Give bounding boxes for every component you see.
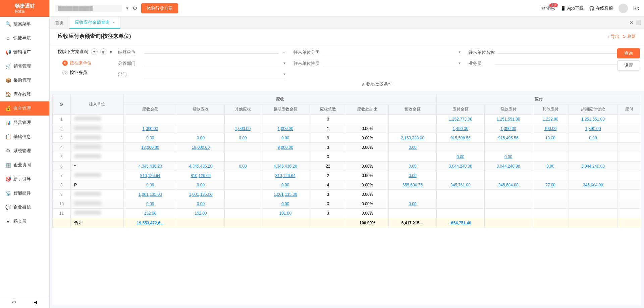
row-6-yf_other[interactable]: 0.00 [532, 162, 569, 171]
row-3-yf_amount[interactable]: 915,508.56 [436, 133, 484, 143]
row-8-ys_loan[interactable]: 0.00 [177, 180, 225, 190]
sidebar-item-operation[interactable]: 📊 经营管理 [0, 116, 49, 130]
row-7-ys_amount[interactable]: 810,126.64 [124, 171, 177, 180]
topbar-gear-icon[interactable]: ⚙ [132, 5, 137, 11]
sidebar-item-guide[interactable]: 🎯 新手引导 [0, 172, 49, 186]
row-4-ys_overdue[interactable]: 9,000.00 [261, 143, 310, 152]
sidebar-item-wechat[interactable]: 💬 企业微信 [0, 200, 49, 214]
row-8-yf_amount[interactable]: 345,761.00 [436, 180, 484, 190]
collapse-icon[interactable]: ◀ [34, 300, 37, 305]
row-11-ys_loan[interactable]: 152.00 [177, 209, 225, 218]
row-1-yf_amount[interactable]: 1,252,773.00 [436, 115, 484, 124]
row-3-ys_other[interactable]: 0.00 [225, 133, 261, 143]
tab-close-all-icon[interactable]: ✕ [630, 20, 633, 25]
row-1-yf_overdue[interactable]: 1,251,551.00 [569, 115, 618, 124]
settings-icon[interactable]: ⚙ [12, 300, 16, 305]
row-8-ys_amount[interactable]: 0.00 [124, 180, 177, 190]
sidebar-item-marketing[interactable]: 📢 营销推广 [0, 45, 49, 59]
sidebar-item-vip[interactable]: V 畅会员 [0, 214, 49, 228]
row-2-yf_other[interactable]: 100.00 [532, 124, 569, 133]
row-3-yf_overdue[interactable]: 0.00 [569, 133, 618, 143]
row-10-ys_prepay[interactable]: 0.00 [389, 199, 437, 209]
scheme-option-partner[interactable]: P 按往来单位 [60, 59, 113, 67]
row-4-ys_amount[interactable]: 18,000.00 [124, 143, 177, 152]
refresh-button[interactable]: ↻ 刷新 [622, 34, 636, 40]
row-6-ys_loan[interactable]: 4,345,436.20 [177, 162, 225, 171]
row-6-yf_loan[interactable]: 3,044,240.00 [484, 162, 532, 171]
export-button[interactable]: ↑ 导出 [607, 34, 620, 40]
total-ys-amount[interactable]: 19,553,472,6... [124, 218, 177, 228]
row-7-ys_loan[interactable]: 810,126.64 [177, 171, 225, 180]
row-3-yf_loan[interactable]: 915,495.56 [484, 133, 532, 143]
row-3-ys_overdue[interactable]: 0.00 [261, 133, 310, 143]
row-11-ys_amount[interactable]: 152.00 [124, 209, 177, 218]
row-1-yf_loan[interactable]: 1,251,551.00 [484, 115, 532, 124]
sidebar-item-system[interactable]: ⚙ 系统管理 [0, 144, 49, 158]
online-service-item[interactable]: 🎧 在线客服 [589, 5, 613, 11]
th-settings[interactable]: ⚙ [53, 94, 71, 115]
row-2-yf_loan[interactable]: 1,390.00 [484, 124, 532, 133]
jiesuan-dots[interactable]: ··· [281, 50, 285, 55]
row-2-ys_overdue[interactable]: 1,000.00 [261, 124, 310, 133]
row-6-yf_overdue[interactable]: 3,044,240.00 [569, 162, 618, 171]
row-11-ys_overdue[interactable]: 101.00 [261, 209, 310, 218]
row-2-ys_other[interactable]: 1,000.00 [225, 124, 261, 133]
sidebar-item-basic[interactable]: 📋 基础信息 [0, 130, 49, 144]
row-3-ys_prepay[interactable]: 2,153,333.00 [389, 133, 437, 143]
row-8-yf_overdue[interactable]: 345,684.00 [569, 180, 618, 190]
tab-active[interactable]: 应收应付余额查询 × [69, 17, 120, 29]
row-2-ys_amount[interactable]: 1,000.00 [124, 124, 177, 133]
row-1-yf_other[interactable]: 1,222.00 [532, 115, 569, 124]
row-10-ys_loan[interactable]: 0.00 [177, 199, 225, 209]
tab-expand-icon[interactable]: ⬜ [636, 20, 641, 25]
row-8-ys_prepay[interactable]: 655,636.75 [389, 180, 437, 190]
topbar-dropdown[interactable]: ▾ [126, 6, 128, 11]
row-6-ys_amount[interactable]: 4,345,436.20 [124, 162, 177, 171]
sidebar-item-purchase[interactable]: 📦 采购管理 [0, 73, 49, 87]
row-9-ys_loan[interactable]: 1,001,135.00 [177, 190, 225, 199]
row-6-yf_amount[interactable]: 3,044,240.00 [436, 162, 484, 171]
row-3-ys_amount[interactable]: 0.00 [124, 133, 177, 143]
row-9-ys_overdue[interactable]: 1,001,135.00 [261, 190, 310, 199]
promo-button[interactable]: 体验行业方案 [141, 3, 178, 13]
bumen-select[interactable]: ▾ [144, 71, 285, 78]
user-avatar[interactable] [619, 4, 628, 13]
row-8-yf_loan[interactable]: 345,684.00 [484, 180, 532, 190]
row-6-ys_overdue[interactable]: 4,345,436.20 [261, 162, 310, 171]
sidebar-item-sales[interactable]: 🛒 销售管理 [0, 59, 49, 73]
query-button[interactable]: 查询 [617, 48, 640, 58]
settings-button[interactable]: 设置 [617, 60, 640, 71]
row-4-ys_prepay[interactable]: 0.00 [389, 143, 437, 152]
row-3-yf_other[interactable]: 13.00 [532, 133, 569, 143]
collapse-more[interactable]: ∧ 收起更多条件 [118, 78, 636, 87]
row-5-yf_amount[interactable]: 0.00 [436, 152, 484, 162]
row-10-ys_overdue[interactable]: 0.00 [261, 199, 310, 209]
fenguan-select[interactable]: ▾ [144, 59, 285, 67]
wanglai-fenlei-select[interactable]: ▾ [322, 48, 461, 56]
row-7-ys_prepay[interactable]: 0.00 [389, 171, 437, 180]
row-9-ys_amount[interactable]: 1,001,135.00 [124, 190, 177, 199]
filter-scheme-btn[interactable]: ◎ [100, 48, 107, 55]
filter-collapse-btn[interactable]: « [110, 49, 113, 55]
sidebar-item-hardware[interactable]: 📡 智能硬件 [0, 186, 49, 200]
row-6-ys_prepay[interactable]: 0.00 [389, 162, 437, 171]
messages-item[interactable]: ✉ 消息 99+ [541, 5, 555, 11]
filter-add-btn[interactable]: + [91, 48, 98, 55]
row-8-ys_overdue[interactable]: 0.00 [261, 180, 310, 190]
row-10-ys_amount[interactable]: 0.00 [124, 199, 177, 209]
row-4-ys_loan[interactable]: 18,000.00 [177, 143, 225, 152]
jiesuan-input[interactable] [144, 51, 279, 54]
row-3-ys_loan[interactable]: 0.00 [177, 133, 225, 143]
yewuyuan-input[interactable] [495, 62, 629, 65]
row-5-yf_loan[interactable]: 0.00 [484, 152, 532, 162]
sidebar-item-capital[interactable]: 💰 资金管理 [0, 101, 49, 116]
scheme-option-salesman[interactable]: ⏱ 按业务员 [60, 69, 113, 77]
row-8-yf_other[interactable]: 77.00 [532, 180, 569, 190]
tab-close-icon[interactable]: × [112, 20, 115, 25]
table-settings-icon[interactable]: ⚙ [59, 102, 63, 107]
sidebar-item-enterprise[interactable]: 🏢 企业协同 [0, 158, 49, 172]
wanglai-xingzhi-select[interactable]: ▾ [322, 59, 461, 67]
total-yf-amount[interactable]: -654,751.40 [436, 218, 484, 228]
app-download-item[interactable]: 📱 App下载 [560, 5, 584, 11]
sidebar-item-search-menu[interactable]: 🔍 搜索菜单 [0, 17, 49, 31]
